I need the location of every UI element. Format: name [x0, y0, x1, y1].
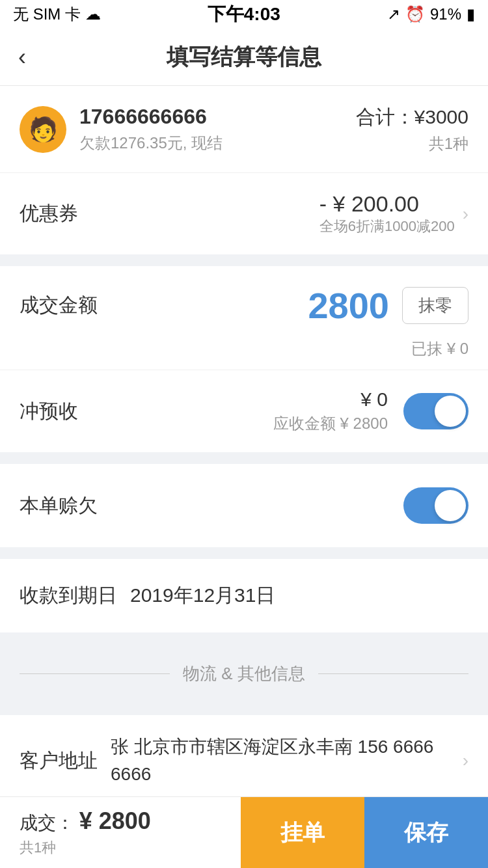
- coupon-label: 优惠券: [20, 200, 78, 227]
- amount-label: 成交金额: [20, 292, 98, 319]
- back-button[interactable]: ‹: [18, 44, 26, 71]
- alarm-icon: ⏰: [405, 5, 425, 23]
- duedate-value: 2019年12月31日: [130, 582, 275, 609]
- nav-bar: ‹ 填写结算等信息: [0, 29, 488, 86]
- coupon-discount: - ¥ 200.00: [319, 191, 455, 217]
- advance-amount: ¥ 0: [273, 388, 388, 411]
- coupon-right: - ¥ 200.00 全场6折满1000减200 ›: [319, 191, 468, 236]
- advance-toggle[interactable]: [403, 393, 468, 429]
- debit-toggle-knob: [435, 490, 466, 521]
- debit-label: 本单赊欠: [20, 493, 98, 519]
- duedate-label: 收款到期日: [20, 582, 117, 609]
- bottom-bar: 成交： ¥ 2800 共1种 挂单 保存: [0, 796, 488, 868]
- total-amount: 合计：¥3000: [356, 104, 468, 131]
- advance-receivable: 应收金额 ¥ 2800: [273, 413, 388, 434]
- advance-amount-group: ¥ 0 应收金额 ¥ 2800: [273, 388, 388, 434]
- advance-label: 冲预收: [20, 398, 78, 425]
- location-icon: ↗: [387, 5, 400, 23]
- amount-value: 2800: [308, 284, 389, 327]
- status-left: 无 SIM 卡 ☁: [13, 4, 101, 25]
- bottom-summary: 成交： ¥ 2800 共1种: [0, 807, 241, 858]
- bottom-deal-amount: ¥ 2800: [79, 807, 151, 834]
- sim-label: 无 SIM 卡 ☁: [13, 4, 101, 25]
- address-value: 张 北京市市辖区海淀区永丰南 156 6666 6666: [111, 733, 463, 788]
- logistics-text: 物流 & 其他信息: [183, 662, 305, 685]
- coupon-chevron-icon: ›: [463, 204, 468, 224]
- amount-right: 2800 抹零: [308, 284, 468, 327]
- customer-row: 🧑 17666666666 欠款1276.35元, 现结 合计：¥3000 共1…: [0, 86, 488, 172]
- debit-toggle[interactable]: [403, 487, 468, 524]
- amount-sub: 已抹 ¥ 0: [0, 338, 468, 359]
- address-section[interactable]: 客户地址 张 北京市市辖区海淀区永丰南 156 6666 6666 ›: [0, 715, 488, 806]
- bottom-deal-row: 成交： ¥ 2800: [20, 807, 221, 835]
- advance-toggle-knob: [435, 396, 466, 427]
- divider-line-left: [20, 673, 170, 674]
- page-title: 填写结算等信息: [167, 42, 321, 72]
- customer-section: 🧑 17666666666 欠款1276.35元, 现结 合计：¥3000 共1…: [0, 86, 488, 254]
- battery-icon: ▮: [467, 5, 475, 23]
- divider-line-right: [318, 673, 468, 674]
- customer-phone: 17666666666: [79, 105, 223, 129]
- amount-section: 成交金额 2800 抹零 已抹 ¥ 0 冲预收 ¥ 0 应收金额 ¥ 2800: [0, 266, 488, 452]
- status-time: 下午4:03: [208, 2, 280, 27]
- bottom-count: 共1种: [20, 838, 221, 858]
- hang-button[interactable]: 挂单: [241, 797, 364, 869]
- coupon-desc: 全场6折满1000减200: [319, 217, 455, 236]
- advance-row: 冲预收 ¥ 0 应收金额 ¥ 2800: [0, 370, 488, 452]
- save-button[interactable]: 保存: [364, 797, 488, 869]
- amount-row: 成交金额 2800 抹零: [0, 266, 488, 345]
- coupon-row[interactable]: 优惠券 - ¥ 200.00 全场6折满1000减200 ›: [0, 172, 488, 254]
- customer-left: 🧑 17666666666 欠款1276.35元, 现结: [20, 105, 223, 154]
- customer-info: 17666666666 欠款1276.35元, 现结: [79, 105, 223, 154]
- round-button[interactable]: 抹零: [402, 287, 468, 324]
- battery-label: 91%: [430, 5, 461, 23]
- debit-section: 本单赊欠: [0, 464, 488, 547]
- address-chevron-icon: ›: [463, 750, 468, 771]
- duedate-section: 收款到期日 2019年12月31日: [0, 559, 488, 632]
- customer-sub: 欠款1276.35元, 现结: [79, 133, 223, 154]
- status-right: ↗ ⏰ 91% ▮: [387, 5, 475, 23]
- bottom-deal-label: 成交：: [20, 813, 74, 833]
- customer-right: 合计：¥3000 共1种: [356, 104, 468, 154]
- logistics-divider: 物流 & 其他信息: [0, 644, 488, 703]
- status-bar: 无 SIM 卡 ☁ 下午4:03 ↗ ⏰ 91% ▮: [0, 0, 488, 29]
- total-count: 共1种: [356, 133, 468, 154]
- address-label: 客户地址: [20, 748, 98, 774]
- advance-right: ¥ 0 应收金额 ¥ 2800: [273, 388, 468, 434]
- avatar: 🧑: [20, 106, 66, 153]
